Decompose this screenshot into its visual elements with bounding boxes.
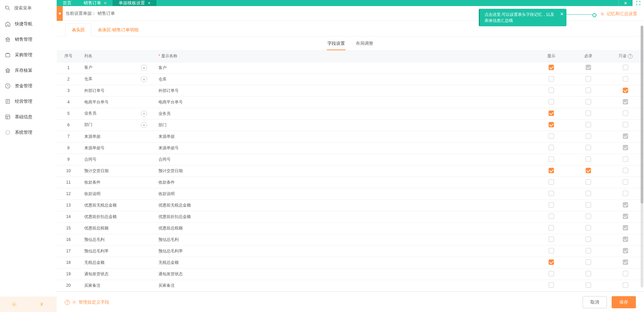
manage-custom-fields-link[interactable]: ? 管理自定义字段 bbox=[65, 299, 109, 305]
checkbox[interactable] bbox=[623, 156, 628, 162]
sidebar-item-4[interactable]: 资金管理 bbox=[0, 78, 57, 94]
subtab-1[interactable]: 表体区-销售订单明细 bbox=[91, 23, 145, 36]
cancel-button[interactable]: 取消 bbox=[583, 296, 607, 308]
checkbox[interactable] bbox=[586, 88, 591, 93]
cell-disp[interactable]: 预计交货日期 bbox=[154, 165, 533, 177]
close-icon[interactable]: ✕ bbox=[560, 11, 564, 18]
close-all-tabs[interactable]: ✕ bbox=[618, 0, 633, 6]
checkbox[interactable] bbox=[623, 111, 628, 116]
checkbox[interactable] bbox=[586, 111, 591, 116]
checkbox[interactable] bbox=[623, 191, 628, 196]
add-icon[interactable]: + bbox=[141, 76, 147, 82]
cell-disp[interactable]: 部门 bbox=[154, 119, 533, 131]
cell-disp[interactable]: 业务员 bbox=[154, 108, 533, 119]
checkbox[interactable] bbox=[586, 145, 591, 150]
cell-disp[interactable]: 电商平台单号 bbox=[154, 96, 533, 108]
search-menu[interactable]: 搜索菜单 bbox=[0, 0, 57, 16]
checkbox[interactable] bbox=[549, 237, 554, 242]
checkbox[interactable] bbox=[549, 225, 554, 230]
subtab-0[interactable]: 表头区 bbox=[65, 23, 91, 36]
checkbox[interactable] bbox=[549, 179, 554, 185]
cell-disp[interactable]: 合同号 bbox=[154, 154, 533, 165]
sidebar-item-0[interactable]: 快捷导航 bbox=[0, 16, 57, 32]
cell-disp[interactable]: 外部订单号 bbox=[154, 85, 533, 96]
checkbox[interactable] bbox=[549, 214, 554, 219]
checkbox[interactable] bbox=[549, 133, 554, 139]
cell-disp[interactable]: 收款说明 bbox=[154, 188, 533, 199]
close-icon[interactable]: × bbox=[104, 0, 107, 6]
checkbox[interactable] bbox=[549, 191, 554, 196]
cell-disp[interactable]: 买家备注 bbox=[154, 280, 533, 291]
checkbox[interactable] bbox=[549, 111, 554, 116]
add-icon[interactable]: + bbox=[141, 111, 147, 117]
checkbox[interactable] bbox=[549, 65, 554, 70]
checkbox[interactable] bbox=[586, 202, 591, 208]
checkbox[interactable] bbox=[623, 65, 628, 70]
checkbox[interactable] bbox=[549, 99, 554, 104]
inner-tab-0[interactable]: 字段设置 bbox=[327, 37, 346, 50]
panel-collapse-icon[interactable] bbox=[57, 6, 63, 21]
checkbox[interactable] bbox=[549, 76, 554, 82]
checkbox[interactable] bbox=[586, 237, 591, 242]
sidebar-item-5[interactable]: 经营管理 bbox=[0, 94, 57, 109]
tab-1[interactable]: 销售订单× bbox=[78, 0, 113, 6]
checkbox[interactable] bbox=[623, 179, 628, 185]
cell-disp[interactable]: 来源单据 bbox=[154, 131, 533, 142]
cell-disp[interactable]: 优惠前无税总金额 bbox=[154, 199, 533, 211]
checkbox[interactable] bbox=[549, 271, 554, 276]
checkbox[interactable] bbox=[586, 133, 591, 139]
add-icon[interactable]: + bbox=[141, 122, 147, 128]
checkbox[interactable] bbox=[549, 156, 554, 162]
memory-settings-link[interactable]: 记忆和汇总设置 bbox=[600, 11, 637, 17]
checkbox[interactable] bbox=[586, 214, 591, 219]
sidebar-item-1[interactable]: 销售管理 bbox=[0, 32, 57, 47]
checkbox[interactable] bbox=[586, 156, 591, 162]
checkbox[interactable] bbox=[586, 225, 591, 230]
gear-icon[interactable] bbox=[11, 302, 17, 307]
cell-disp[interactable]: 收款条件 bbox=[154, 177, 533, 188]
checkbox[interactable] bbox=[586, 282, 591, 288]
inner-tab-1[interactable]: 布局调整 bbox=[355, 37, 374, 50]
checkbox[interactable] bbox=[623, 122, 628, 127]
close-icon[interactable]: × bbox=[148, 0, 150, 6]
cell-disp[interactable]: 无税总金额 bbox=[154, 257, 533, 268]
checkbox[interactable] bbox=[586, 259, 591, 265]
checkbox[interactable] bbox=[586, 191, 591, 196]
fullscreen-icon[interactable] bbox=[633, 0, 644, 6]
checkbox[interactable] bbox=[586, 248, 591, 253]
checkbox[interactable] bbox=[623, 76, 628, 82]
cell-disp[interactable]: 客户 bbox=[154, 62, 533, 73]
tab-0[interactable]: 首页 bbox=[57, 0, 78, 6]
checkbox[interactable] bbox=[586, 99, 591, 104]
add-icon[interactable]: + bbox=[141, 65, 147, 71]
cell-disp[interactable]: 优惠前折扣总金额 bbox=[154, 211, 533, 222]
checkbox[interactable] bbox=[549, 122, 554, 127]
checkbox[interactable] bbox=[623, 271, 628, 276]
cell-disp[interactable]: 来源单据号 bbox=[154, 142, 533, 154]
cell-disp[interactable]: 预估总毛利率 bbox=[154, 245, 533, 257]
cell-disp[interactable]: 优惠前总税额 bbox=[154, 222, 533, 234]
checkbox[interactable] bbox=[586, 179, 591, 185]
sidebar-item-3[interactable]: 库存核算 bbox=[0, 63, 57, 78]
checkbox[interactable] bbox=[549, 282, 554, 288]
cell-disp[interactable]: 通知发货状态 bbox=[154, 268, 533, 280]
sidebar-item-6[interactable]: 基础信息 bbox=[0, 109, 57, 125]
scrollbar[interactable] bbox=[641, 26, 643, 287]
checkbox[interactable] bbox=[549, 202, 554, 208]
help-icon[interactable]: ? bbox=[628, 54, 633, 59]
checkbox[interactable] bbox=[586, 76, 591, 82]
sidebar-item-7[interactable]: 系统管理 bbox=[0, 125, 57, 140]
save-button[interactable]: 保存 bbox=[612, 296, 636, 308]
cell-disp[interactable]: 预估总毛利 bbox=[154, 234, 533, 245]
checkbox[interactable] bbox=[623, 168, 628, 173]
tab-2[interactable]: 单据模板设置× bbox=[113, 0, 156, 6]
checkbox[interactable] bbox=[549, 259, 554, 265]
checkbox[interactable] bbox=[586, 122, 591, 127]
cell-disp[interactable]: 仓库 bbox=[154, 73, 533, 85]
checkbox[interactable] bbox=[623, 282, 628, 288]
checkbox[interactable] bbox=[549, 88, 554, 93]
checkbox[interactable] bbox=[586, 168, 591, 173]
checkbox[interactable] bbox=[549, 168, 554, 173]
checkbox[interactable] bbox=[549, 248, 554, 253]
collapse-icon[interactable] bbox=[40, 302, 45, 307]
